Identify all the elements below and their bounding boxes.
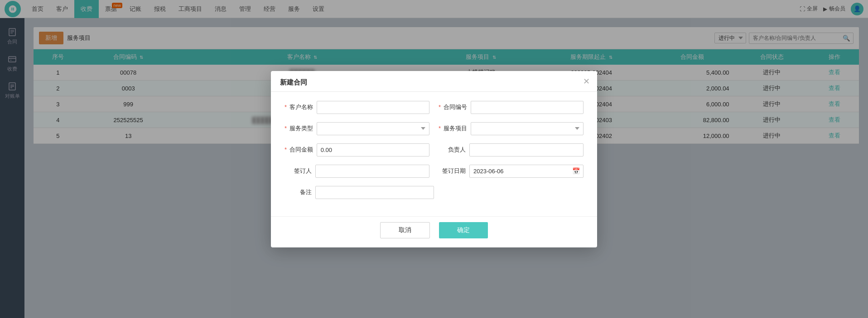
contract-code-label: * 合同编号 xyxy=(439,103,467,111)
service-type-select[interactable] xyxy=(317,122,429,135)
required-star-amount: * xyxy=(285,146,287,153)
signer-label: 签订人 xyxy=(285,167,312,175)
remark-label: 备注 xyxy=(285,188,312,196)
contract-amount-input[interactable] xyxy=(317,143,429,157)
service-item-select-wrap xyxy=(471,122,583,135)
form-group-customer: * 客户名称 xyxy=(285,101,429,114)
close-dialog-button[interactable]: ✕ xyxy=(583,77,590,85)
form-group-amount: * 合同金额 xyxy=(285,143,429,157)
form-group-responsible: 负责人 xyxy=(439,143,583,157)
sign-date-wrap: 📅 xyxy=(469,165,583,178)
new-contract-dialog: 新建合同 ✕ * 客户名称 * 合同编号 xyxy=(271,71,597,247)
required-star-service-item: * xyxy=(439,125,441,132)
contract-code-input[interactable] xyxy=(471,101,583,114)
form-group-service-type: * 服务类型 xyxy=(285,122,429,135)
dialog-body: * 客户名称 * 合同编号 * 服 xyxy=(271,92,597,216)
form-row-2: * 服务类型 * 服务项目 xyxy=(285,122,583,135)
responsible-input[interactable] xyxy=(469,143,583,157)
dialog-title: 新建合同 xyxy=(280,78,307,86)
confirm-button[interactable]: 确定 xyxy=(439,222,488,238)
form-group-service-item: * 服务项目 xyxy=(439,122,583,135)
service-item-label: * 服务项目 xyxy=(439,124,467,133)
sign-date-label: 签订日期 xyxy=(439,167,466,175)
form-group-sign-date: 签订日期 📅 xyxy=(439,165,583,178)
dialog-overlay: 新建合同 ✕ * 客户名称 * 合同编号 xyxy=(0,0,868,318)
service-type-label: * 服务类型 xyxy=(285,124,313,133)
form-row-1: * 客户名称 * 合同编号 xyxy=(285,101,583,114)
amount-label: * 合同金额 xyxy=(285,146,313,154)
required-star-code: * xyxy=(439,104,441,110)
required-star-customer: * xyxy=(285,104,287,110)
form-group-remark: 备注 xyxy=(285,186,434,199)
form-group-code: * 合同编号 xyxy=(439,101,583,114)
service-item-select[interactable] xyxy=(471,122,583,135)
dialog-header: 新建合同 xyxy=(271,71,597,92)
customer-label: * 客户名称 xyxy=(285,103,313,111)
form-group-signer: 签订人 xyxy=(285,165,429,178)
dialog-footer: 取消 确定 xyxy=(271,216,597,247)
service-type-select-wrap xyxy=(317,122,429,135)
form-row-5: 备注 xyxy=(285,186,583,199)
signer-input[interactable] xyxy=(315,165,429,178)
sign-date-input[interactable] xyxy=(469,165,583,178)
form-row-3: * 合同金额 负责人 xyxy=(285,143,583,157)
responsible-label: 负责人 xyxy=(439,146,466,154)
required-star-service-type: * xyxy=(285,125,287,132)
cancel-button[interactable]: 取消 xyxy=(380,222,430,238)
remark-input[interactable] xyxy=(315,186,434,199)
form-row-4: 签订人 签订日期 📅 xyxy=(285,165,583,178)
customer-name-input[interactable] xyxy=(317,101,429,114)
